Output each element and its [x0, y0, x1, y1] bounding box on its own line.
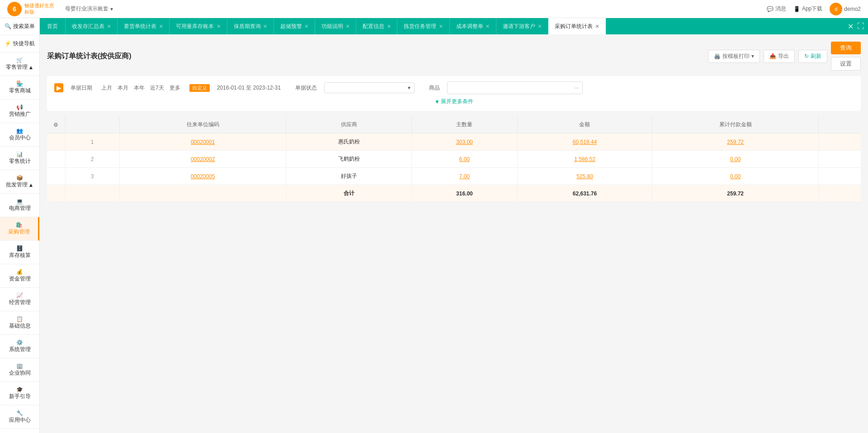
- sidebar-item-enterprise[interactable]: 🏢 企业协同: [0, 358, 39, 382]
- wholesale-icon: 📦: [16, 175, 23, 181]
- logo-icon: 6: [7, 2, 22, 16]
- amount-link-2[interactable]: 525.80: [576, 173, 593, 180]
- print-button[interactable]: 🖨️ 按模板打印 ▾: [708, 50, 760, 63]
- export-button[interactable]: 📤 导出: [764, 50, 795, 63]
- workspace-selector[interactable]: 母婴行业演示账套 ▾: [65, 5, 113, 13]
- row-settings-2[interactable]: [47, 168, 65, 185]
- refresh-button[interactable]: ↻ 刷新: [798, 50, 827, 63]
- tab-close-purchase-stats[interactable]: ×: [595, 23, 599, 30]
- goods-more-icon[interactable]: ···: [574, 85, 579, 91]
- row-code-1: 00020002: [119, 151, 286, 168]
- row-qty-2: 7.00: [411, 168, 517, 185]
- tab-overstock[interactable]: 超储预警 ×: [274, 18, 315, 34]
- tab-home[interactable]: 首页: [40, 18, 66, 34]
- sidebar-item-basic[interactable]: 📋 基础信息: [0, 311, 39, 335]
- tab-purchase-stats[interactable]: 采购订单统计表 ×: [548, 18, 606, 34]
- sidebar-item-system[interactable]: ⚙️ 系统管理: [0, 335, 39, 358]
- tab-close-pick-task[interactable]: ×: [439, 23, 443, 30]
- row-index-0: 1: [65, 133, 119, 151]
- footer-settings-cell: [47, 185, 65, 202]
- home-tab-label: 首页: [47, 23, 58, 30]
- paid-link-0[interactable]: 259.72: [727, 139, 744, 145]
- sidebar-item-member[interactable]: 👥 会员中心: [0, 123, 39, 147]
- sidebar-item-appstore[interactable]: 🔧 应用中心: [0, 405, 39, 429]
- row-settings-1[interactable]: [47, 151, 65, 168]
- messages-button[interactable]: 💬 消息: [767, 5, 786, 13]
- shortcut-more[interactable]: 更多: [168, 83, 182, 93]
- sidebar-item-wholesale[interactable]: 📦 批发管理 ▲: [0, 170, 39, 194]
- sidebar-item-ecommerce[interactable]: 💻 电商管理: [0, 194, 39, 217]
- qty-link-0[interactable]: 303.00: [456, 139, 473, 145]
- sidebar-item-wechat[interactable]: 💬 企业微信: [0, 429, 39, 433]
- sidebar-item-operations[interactable]: 📈 经营管理: [0, 288, 39, 311]
- sidebar-item-inventory[interactable]: 🗄️ 库存核算: [0, 241, 39, 264]
- tab-order-stats[interactable]: 要货单统计表 ×: [118, 18, 170, 34]
- tab-inventory-ledger[interactable]: 可用量库存账本 ×: [170, 18, 227, 34]
- purchase-stats-label: 采购订单统计表: [555, 23, 593, 30]
- shortcut-this-month[interactable]: 本月: [116, 83, 130, 93]
- tab-invite-downstream[interactable]: 邀请下游客户 ×: [496, 18, 548, 34]
- shortcut-this-year[interactable]: 本年: [132, 83, 146, 93]
- tab-recv-send[interactable]: 收发存汇总表 ×: [66, 18, 118, 34]
- row-settings-0[interactable]: [47, 133, 65, 151]
- sidebar-item-newbie[interactable]: 🎓 新手引导: [0, 382, 39, 405]
- th-index: [65, 116, 119, 133]
- app-download-label: App下载: [802, 5, 822, 13]
- status-select[interactable]: ▾: [324, 82, 415, 93]
- amount-link-0[interactable]: 60,519.44: [573, 139, 597, 145]
- tab-close-overstock[interactable]: ×: [305, 23, 308, 30]
- filter-area: ▶ 单据日期 上月 本月 本年 近7天 更多 自定义 2016-01-01 至 …: [47, 76, 861, 111]
- tab-close-order-stats[interactable]: ×: [159, 23, 163, 30]
- tab-close-config-info[interactable]: ×: [387, 23, 391, 30]
- cost-adjust-label: 成本调整单: [456, 23, 483, 30]
- custom-date-badge: 自定义: [189, 84, 210, 92]
- overstock-label: 超储预警: [280, 23, 302, 30]
- tab-cost-adjust[interactable]: 成本调整单 ×: [450, 18, 496, 34]
- sidebar-item-retail[interactable]: 🛒 零售管理 ▲: [0, 52, 39, 76]
- tab-close-recv-send[interactable]: ×: [107, 23, 111, 30]
- footer-index-cell: [65, 185, 119, 202]
- query-button[interactable]: 查询: [831, 42, 861, 54]
- sidebar-item-retail-stats[interactable]: 📊 零售统计: [0, 147, 39, 170]
- table-body: 1 00020001 惠氏奶粉 303.00 60,519.44 259.72 …: [47, 133, 861, 185]
- top-bar-right: 💬 消息 📱 App下载 d demo2: [767, 3, 861, 15]
- qty-link-2[interactable]: 7.00: [459, 173, 470, 180]
- goods-input[interactable]: ···: [447, 81, 583, 94]
- shop-icon: 🏪: [16, 81, 23, 87]
- filter-toggle-button[interactable]: ▶: [54, 83, 63, 92]
- tab-close-invite-downstream[interactable]: ×: [538, 23, 542, 30]
- paid-link-1[interactable]: 0.00: [730, 156, 741, 162]
- tab-close-expiry-query[interactable]: ×: [264, 23, 267, 30]
- sidebar-search[interactable]: 🔍 搜索菜单: [0, 18, 39, 35]
- th-settings[interactable]: ⚙: [47, 116, 65, 133]
- settings-button[interactable]: 设置: [831, 57, 861, 71]
- table-header-row: ⚙ 往来单位编码 供应商 主数量 金额 累计付款金额: [47, 116, 861, 133]
- inventory-icon: 🗄️: [16, 245, 23, 252]
- tab-pick-task[interactable]: 拣货任务管理 ×: [397, 18, 449, 34]
- sidebar-item-purchase[interactable]: 🛍️ 采购管理: [0, 217, 39, 241]
- tab-expiry-query[interactable]: 保质期查询 ×: [227, 18, 274, 34]
- code-link-2[interactable]: 00020005: [191, 173, 215, 180]
- sidebar: 🔍 搜索菜单 ⚡ 快捷导航 🛒 零售管理 ▲ 🏪 零售商城 📢 营销推广 👥 会…: [0, 18, 40, 433]
- tab-close-all-icon[interactable]: ✕: [848, 22, 854, 31]
- sidebar-quick-nav[interactable]: ⚡ 快捷导航: [0, 35, 39, 52]
- shortcut-last-month[interactable]: 上月: [99, 83, 114, 93]
- shortcut-7days[interactable]: 近7天: [148, 83, 166, 93]
- app-download-button[interactable]: 📱 App下载: [793, 5, 822, 13]
- sidebar-item-retail-shop[interactable]: 🏪 零售商城: [0, 76, 39, 100]
- paid-link-2[interactable]: 0.00: [730, 173, 741, 180]
- tab-expand-icon[interactable]: ⛶: [857, 22, 864, 30]
- tab-func-desc[interactable]: 功能说明 ×: [315, 18, 356, 34]
- user-profile[interactable]: d demo2: [830, 3, 861, 15]
- expand-filter-button[interactable]: ▼ 展开更多条件: [434, 98, 473, 105]
- code-link-1[interactable]: 00020002: [191, 156, 215, 162]
- tab-close-inventory-ledger[interactable]: ×: [217, 23, 220, 30]
- code-link-0[interactable]: 00020001: [191, 139, 215, 145]
- tab-config-info[interactable]: 配置信息 ×: [356, 18, 397, 34]
- tab-close-cost-adjust[interactable]: ×: [486, 23, 490, 30]
- amount-link-1[interactable]: 1,586.52: [574, 156, 595, 162]
- sidebar-item-finance[interactable]: 💰 资金管理: [0, 264, 39, 288]
- qty-link-1[interactable]: 6.00: [459, 156, 470, 162]
- tab-close-func-desc[interactable]: ×: [346, 23, 349, 30]
- sidebar-item-marketing[interactable]: 📢 营销推广: [0, 100, 39, 123]
